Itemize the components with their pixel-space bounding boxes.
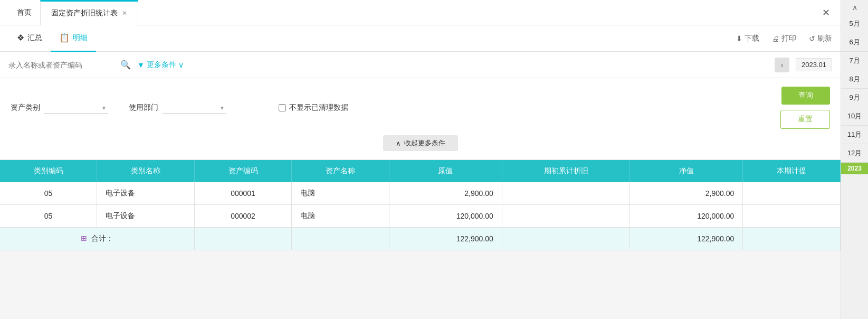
search-input[interactable]: [8, 61, 114, 69]
hide-cleared-label: 不显示已清理数据: [289, 103, 348, 112]
tab-close-icon[interactable]: ✕: [122, 10, 127, 17]
collapse-icon: ∧: [396, 139, 401, 147]
total-accumulated-depreciation: [502, 228, 630, 250]
cell-original-value: 2,900.00: [389, 182, 502, 205]
table-row: 05 电子设备 000002 电脑 120,000.00 120,000.00: [0, 205, 841, 228]
filter-label: 更多条件: [147, 60, 176, 70]
cell-category-code: 05: [0, 182, 97, 205]
detail-icon: 📋: [59, 33, 70, 43]
home-link[interactable]: 首页: [8, 8, 40, 17]
asset-category-label: 资产类别: [11, 103, 40, 112]
table-body: 05 电子设备 000001 电脑 2,900.00 2,900.00 05 电…: [0, 182, 841, 250]
month-10[interactable]: 10月: [841, 107, 868, 126]
filter-area: 资产类别 ▼ 使用部门 ▼ 不显示已清理数: [0, 78, 841, 160]
cell-original-value: 120,000.00: [389, 205, 502, 228]
col-category-name: 类别名称: [97, 160, 195, 182]
download-button[interactable]: ⬇ 下载: [736, 34, 759, 43]
refresh-label: 刷新: [817, 34, 832, 43]
cell-category-code: 05: [0, 205, 97, 228]
cell-asset-code: 000002: [194, 205, 292, 228]
data-table-container: 类别编码 类别名称 资产编码 资产名称 原值 期初累计折旧 净值 本期计提 05…: [0, 160, 841, 250]
col-original-value: 原值: [389, 160, 502, 182]
use-dept-select[interactable]: [163, 102, 226, 114]
refresh-button[interactable]: ↺ 刷新: [809, 34, 832, 43]
tab-summary[interactable]: ❖ 汇总: [8, 25, 51, 52]
download-label: 下载: [745, 34, 759, 43]
top-nav: 首页 固定资产折旧统计表 ✕ ✕: [0, 0, 841, 25]
tab-detail[interactable]: 📋 明细: [51, 25, 96, 52]
print-button[interactable]: 🖨 打印: [772, 34, 796, 43]
active-tab[interactable]: 固定资产折旧统计表 ✕: [40, 0, 138, 25]
tab-summary-label: 汇总: [27, 33, 42, 43]
cell-category-name: 电子设备: [97, 205, 195, 228]
right-panel: ∧ 5月 6月 7月 8月 9月 10月 11月 12月 2023: [841, 0, 868, 319]
year-badge[interactable]: 2023: [841, 163, 868, 174]
col-net-value: 净值: [630, 160, 743, 182]
download-icon: ⬇: [736, 34, 742, 43]
data-table: 类别编码 类别名称 资产编码 资产名称 原值 期初累计折旧 净值 本期计提 05…: [0, 160, 841, 250]
filter-row-2: ∧ 收起更多条件: [11, 135, 830, 151]
cell-net-value: 120,000.00: [630, 205, 743, 228]
table-total-row: ⊞ 合计： 122,900.00 122,900.00: [0, 228, 841, 250]
month-7[interactable]: 7月: [841, 52, 868, 70]
use-dept-label: 使用部门: [129, 103, 158, 112]
total-empty-1: [194, 228, 292, 250]
month-11[interactable]: 11月: [841, 126, 868, 144]
cell-accumulated-depreciation: [502, 205, 630, 228]
summary-icon: ❖: [17, 33, 24, 43]
sub-tabs-bar: ❖ 汇总 📋 明细 ⬇ 下载 🖨 打印 ↺ 刷新: [0, 25, 841, 52]
month-5[interactable]: 5月: [841, 15, 868, 33]
use-dept-select-wrapper: ▼: [163, 102, 226, 114]
hide-cleared-checkbox[interactable]: [279, 104, 286, 111]
print-label: 打印: [781, 34, 796, 43]
collapse-filters-button[interactable]: ∧ 收起更多条件: [383, 135, 458, 151]
month-12[interactable]: 12月: [841, 144, 868, 163]
cell-asset-name: 电脑: [292, 205, 389, 228]
cell-current-depreciation: [743, 182, 841, 205]
collapse-label: 收起更多条件: [404, 138, 445, 148]
toolbar-actions: ⬇ 下载 🖨 打印 ↺ 刷新: [736, 34, 832, 43]
use-dept-filter: 使用部门 ▼: [129, 102, 226, 114]
reset-button[interactable]: 重置: [780, 110, 830, 129]
chevron-down-icon: ∨: [178, 61, 184, 69]
query-button[interactable]: 查询: [781, 87, 830, 105]
total-label: 合计：: [91, 234, 113, 242]
search-icon[interactable]: 🔍: [120, 60, 131, 70]
more-filters-button[interactable]: ▼ 更多条件 ∨: [137, 60, 184, 70]
cell-net-value: 2,900.00: [630, 182, 743, 205]
total-empty-2: [292, 228, 389, 250]
tab-title: 固定资产折旧统计表: [51, 8, 118, 18]
date-badge: 2023.01: [796, 58, 832, 71]
col-category-code: 类别编码: [0, 160, 97, 182]
total-label-cell: ⊞ 合计：: [0, 228, 194, 250]
month-9[interactable]: 9月: [841, 89, 868, 107]
cell-asset-name: 电脑: [292, 182, 389, 205]
scroll-up-button[interactable]: ∧: [841, 0, 868, 15]
col-current-depreciation: 本期计提: [743, 160, 841, 182]
filter-icon: ▼: [137, 61, 145, 69]
nav-right-arrow[interactable]: ›: [775, 58, 789, 72]
month-8[interactable]: 8月: [841, 70, 868, 89]
col-asset-name: 资产名称: [292, 160, 389, 182]
asset-category-select-wrapper: ▼: [44, 102, 108, 114]
total-icon: ⊞: [81, 234, 87, 242]
col-accumulated-depreciation: 期初累计折旧: [502, 160, 630, 182]
asset-category-filter: 资产类别 ▼: [11, 102, 108, 114]
table-header: 类别编码 类别名称 资产编码 资产名称 原值 期初累计折旧 净值 本期计提: [0, 160, 841, 182]
total-original-value: 122,900.00: [389, 228, 502, 250]
total-current-depreciation: [743, 228, 841, 250]
tab-detail-label: 明细: [73, 33, 88, 43]
search-bar: 🔍 ▼ 更多条件 ∨ › 2023.01: [0, 52, 841, 78]
month-6[interactable]: 6月: [841, 33, 868, 52]
refresh-icon: ↺: [809, 34, 815, 43]
window-close-icon[interactable]: ✕: [822, 7, 830, 18]
cell-asset-code: 000001: [194, 182, 292, 205]
filter-row-1: 资产类别 ▼ 使用部门 ▼ 不显示已清理数: [11, 87, 830, 129]
table-row: 05 电子设备 000001 电脑 2,900.00 2,900.00: [0, 182, 841, 205]
cell-accumulated-depreciation: [502, 182, 630, 205]
asset-category-select[interactable]: [44, 102, 108, 114]
filter-buttons: 查询 重置: [780, 87, 830, 129]
print-icon: 🖨: [772, 34, 779, 43]
cell-current-depreciation: [743, 205, 841, 228]
cell-category-name: 电子设备: [97, 182, 195, 205]
